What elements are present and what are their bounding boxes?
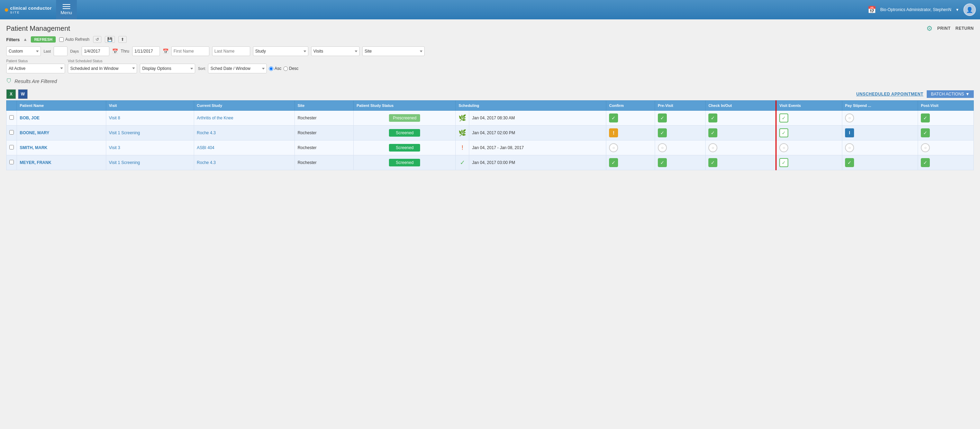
table-row: MEYER, FRANKVisit 1 ScreeningRoche 4.3Ro… [6, 155, 974, 170]
menu-button[interactable]: Menu [56, 0, 77, 19]
study-select[interactable]: Study [253, 46, 308, 56]
app-header: ● clinical conductor SITE Menu 📅 Bio-Opt… [0, 0, 980, 19]
excel-export-button[interactable]: X [6, 89, 16, 99]
header-current-study: Current Study [194, 101, 294, 111]
post-visit-cell[interactable]: ✓ [918, 155, 974, 170]
post-visit-cell[interactable]: ○ [918, 140, 974, 155]
refresh-button[interactable]: REFRESH [31, 37, 56, 43]
visit-link[interactable]: Visit 1 Screening [109, 130, 140, 135]
reset-icon-button[interactable]: ↺ [93, 36, 102, 43]
unscheduled-appointment-button[interactable]: UNSCHEDULED APPOINTMENT [856, 92, 924, 97]
display-options-select[interactable]: Display Options [140, 64, 195, 73]
study-link[interactable]: Roche 4.3 [197, 130, 216, 135]
export-filter-button[interactable]: ⬆ [118, 36, 127, 43]
patient-status-select[interactable]: All Active [6, 64, 65, 73]
row-checkbox[interactable] [10, 130, 14, 135]
study-link[interactable]: Arthritis of the Knee [197, 116, 233, 121]
return-button[interactable]: RETURN [955, 26, 974, 31]
pre-visit-cell[interactable]: ○ [655, 140, 706, 155]
check-in-out-cell[interactable]: ✓ [706, 126, 776, 140]
pre-visit-cell[interactable]: ✓ [655, 111, 706, 126]
visit-scheduled-status-group: Visit Scheduled Status Scheduled and In … [68, 59, 137, 73]
sort-asc-label[interactable]: Asc [269, 66, 282, 71]
last-label: Last [44, 49, 51, 53]
header-confirm: Confirm [606, 101, 655, 111]
patient-status-badge: Prescreened [389, 114, 420, 122]
patient-status-label: Patient Status [6, 59, 65, 63]
logo-brand: clinical conductor [10, 6, 52, 11]
filters-collapse-arrow[interactable]: ▲ [23, 37, 27, 42]
header-right: 📅 Bio-Optronics Administrator, StephenN … [867, 3, 976, 16]
sort-select[interactable]: Sched Date / Window [208, 64, 267, 73]
row-checkbox[interactable] [10, 160, 14, 164]
header-visit: Visit [106, 101, 194, 111]
scheduling-datetime: Jan 04, 2017 - Jan 08, 2017 [469, 140, 606, 155]
study-link[interactable]: ASBI 404 [197, 145, 215, 150]
date-to-input[interactable]: 1/11/2017 [132, 46, 160, 56]
avatar[interactable]: 👤 [963, 3, 976, 16]
batch-actions-button[interactable]: BATCH ACTIONS ▼ [927, 90, 974, 98]
visit-link[interactable]: Visit 8 [109, 116, 120, 121]
pay-stipend-cell[interactable]: ○ [842, 111, 918, 126]
patient-name-link[interactable]: BOONE, MARY [20, 130, 49, 135]
visits-select[interactable]: Visits [311, 46, 360, 56]
visit-events-cell[interactable]: ✓ [776, 111, 842, 126]
row-checkbox[interactable] [10, 115, 14, 120]
confirm-cell[interactable]: ○ [606, 140, 655, 155]
pay-stipend-cell[interactable]: ✓ [842, 155, 918, 170]
first-name-input[interactable] [171, 46, 209, 56]
last-name-input[interactable] [212, 46, 250, 56]
visit-link[interactable]: Visit 3 [109, 145, 120, 150]
post-visit-cell[interactable]: ✓ [918, 111, 974, 126]
post-visit-cell[interactable]: ✓ [918, 126, 974, 140]
site-cell: Rochester [294, 111, 354, 126]
confirm-cell[interactable]: ✓ [606, 155, 655, 170]
calendar-from-icon[interactable]: 📅 [112, 48, 118, 54]
filter-row-1: Custom Today This Week Last Days 1/4/201… [6, 46, 974, 56]
check-in-out-cell[interactable]: ✓ [706, 111, 776, 126]
auto-refresh-checkbox[interactable] [59, 37, 64, 42]
row-checkbox[interactable] [10, 145, 14, 149]
thru-label: Thru [121, 49, 129, 54]
pre-visit-cell[interactable]: ✓ [655, 126, 706, 140]
site-select[interactable]: Site [362, 46, 425, 56]
calendar-icon[interactable]: 📅 [867, 6, 876, 14]
patient-table-wrap: Patient Name Visit Current Study Site Pa… [6, 100, 974, 170]
visit-events-cell[interactable]: ✓ [776, 126, 842, 140]
date-from-input[interactable]: 1/4/2017 [82, 46, 109, 56]
patient-name-link[interactable]: BOB, JOE [20, 116, 40, 121]
settings-gear-icon[interactable]: ⚙ [926, 24, 932, 33]
pay-stipend-cell[interactable]: I [842, 126, 918, 140]
check-in-out-cell[interactable]: ○ [706, 140, 776, 155]
date-preset-select[interactable]: Custom Today This Week [6, 46, 41, 56]
sort-desc-radio[interactable] [283, 67, 288, 71]
visit-events-cell[interactable]: ✓ [776, 155, 842, 170]
check-in-out-cell[interactable]: ✓ [706, 155, 776, 170]
study-link[interactable]: Roche 4.3 [197, 160, 216, 165]
table-header-row: Patient Name Visit Current Study Site Pa… [6, 101, 974, 111]
visit-link[interactable]: Visit 1 Screening [109, 160, 140, 165]
confirm-cell[interactable]: ✓ [606, 111, 655, 126]
pay-stipend-cell[interactable]: ○ [842, 140, 918, 155]
visit-events-cell[interactable]: ○ [776, 140, 842, 155]
scheduling-icon: ✓ [460, 159, 465, 166]
header-site: Site [294, 101, 354, 111]
word-export-button[interactable]: W [18, 89, 28, 99]
user-dropdown-icon[interactable]: ▼ [955, 8, 959, 12]
header-visit-events: Visit Events [776, 101, 842, 111]
visit-scheduled-status-select[interactable]: Scheduled and In Window [68, 64, 137, 73]
user-name[interactable]: Bio-Optronics Administrator, StephenN [880, 7, 951, 12]
calendar-to-icon[interactable]: 📅 [163, 48, 169, 54]
pre-visit-cell[interactable]: ✓ [655, 155, 706, 170]
header-pre-visit: Pre-Visit [655, 101, 706, 111]
print-button[interactable]: PRINT [937, 26, 951, 31]
scheduling-datetime: Jan 04, 2017 03:00 PM [469, 155, 606, 170]
sort-desc-label[interactable]: Desc [283, 66, 298, 71]
confirm-cell[interactable]: ! [606, 126, 655, 140]
patient-name-link[interactable]: MEYER, FRANK [20, 160, 51, 165]
sort-asc-radio[interactable] [269, 67, 274, 71]
save-filter-button[interactable]: 💾 [105, 36, 115, 43]
patient-name-link[interactable]: SMITH, MARK [20, 145, 48, 150]
results-filtered-bar: ⛉ Results Are Filtered [6, 77, 974, 86]
last-days-input[interactable] [54, 46, 67, 56]
